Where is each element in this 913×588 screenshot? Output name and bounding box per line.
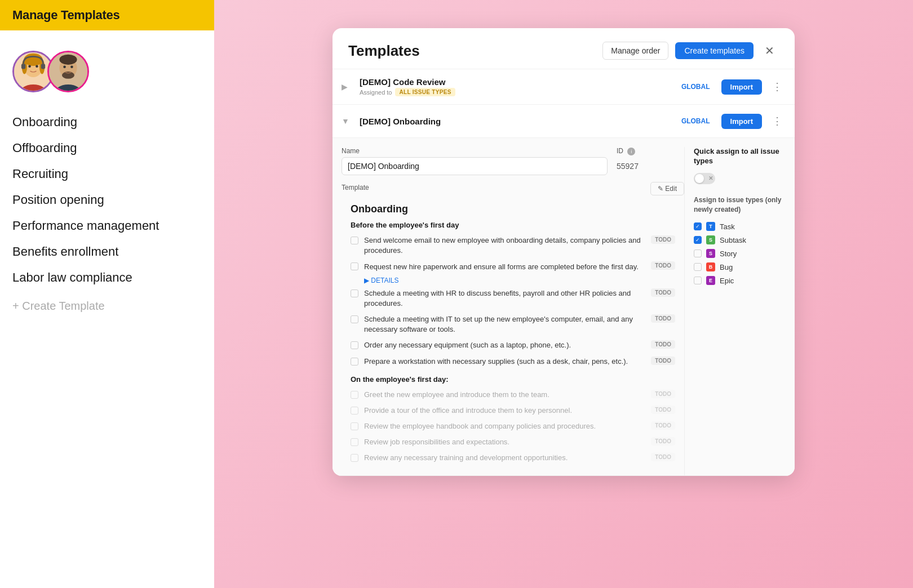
- modal-body: ▶ [DEMO] Code Review Assigned to ALL ISS…: [333, 69, 795, 476]
- task-text-9: Review the employee handbook and company…: [364, 421, 645, 431]
- task-item-faded: Review job responsibilities and expectat…: [351, 434, 675, 450]
- checkbox-task[interactable]: ✓: [694, 222, 702, 230]
- chevron-right-icon[interactable]: ▶: [342, 82, 353, 91]
- svg-point-15: [63, 65, 66, 68]
- task-checkbox-5[interactable]: [351, 341, 358, 349]
- sidebar-item-performance-management[interactable]: Performance management: [12, 213, 202, 239]
- task-checkbox-6[interactable]: [351, 358, 358, 366]
- badge-all-issue-types: ALL ISSUE TYPES: [395, 88, 455, 96]
- task-checkbox-3[interactable]: [351, 289, 358, 297]
- create-templates-button[interactable]: Create templates: [675, 42, 754, 59]
- subtask-label: Subtask: [720, 236, 746, 244]
- template-name-code-review: [DEMO] Code Review: [360, 77, 675, 87]
- toggle-switch[interactable]: ✕: [694, 173, 715, 184]
- manage-order-button[interactable]: Manage order: [602, 42, 668, 60]
- task-text-11: Review any necessary training and develo…: [364, 453, 645, 463]
- checkbox-story[interactable]: [694, 250, 702, 257]
- svg-point-16: [70, 65, 73, 68]
- task-checkbox-10[interactable]: [351, 438, 358, 446]
- more-options-code-review[interactable]: ⋮: [769, 78, 786, 95]
- sidebar-item-labor-law[interactable]: Labor law compliance: [12, 265, 202, 291]
- task-text-10: Review job responsibilities and expectat…: [364, 437, 645, 447]
- issue-type-epic: E Epic: [694, 274, 786, 287]
- checkbox-subtask[interactable]: ✓: [694, 236, 702, 244]
- template-item-code-review: ▶ [DEMO] Code Review Assigned to ALL ISS…: [333, 69, 795, 105]
- task-checkbox-4[interactable]: [351, 315, 358, 323]
- import-button-code-review[interactable]: Import: [721, 79, 762, 95]
- sidebar-title: Manage Templates: [12, 8, 119, 22]
- task-checkbox-11[interactable]: [351, 454, 358, 462]
- template-name-onboarding: [DEMO] Onboarding: [360, 117, 675, 126]
- task-checkbox-7[interactable]: [351, 391, 358, 399]
- form-group-name: Name: [342, 147, 608, 175]
- modal-title: Templates: [348, 42, 420, 60]
- global-badge-code-review: GLOBAL: [681, 83, 710, 91]
- issue-type-bug: B Bug: [694, 260, 786, 274]
- quick-assign-title: Quick assign to all issue types: [694, 147, 786, 166]
- form-group-id: ID i 55927: [617, 147, 684, 175]
- todo-badge-9: TODO: [651, 421, 675, 430]
- template-assigned-code-review: Assigned to ALL ISSUE TYPES: [360, 88, 675, 96]
- epic-label: Epic: [720, 277, 734, 285]
- task-checkbox-8[interactable]: [351, 407, 358, 415]
- issue-type-story: S Story: [694, 247, 786, 260]
- template-content-area: Onboarding Before the employee's first d…: [342, 199, 684, 475]
- sidebar-item-offboarding[interactable]: Offboarding: [12, 135, 202, 161]
- more-options-onboarding[interactable]: ⋮: [769, 113, 786, 130]
- template-label-row: Template ✎ Edit: [342, 182, 684, 195]
- task-item-faded: Provide a tour of the office and introdu…: [351, 403, 675, 418]
- templates-modal: Templates Manage order Create templates …: [333, 28, 795, 476]
- template-info-onboarding: [DEMO] Onboarding: [360, 117, 675, 126]
- section2-title: On the employee's first day:: [351, 375, 675, 384]
- checkbox-epic[interactable]: [694, 277, 702, 284]
- name-input[interactable]: [342, 157, 608, 175]
- template-expanded-onboarding: Name ID i 55927: [333, 137, 795, 475]
- details-link[interactable]: ▶ DETAILS: [364, 277, 675, 284]
- section1-title: Before the employee's first day: [351, 221, 675, 229]
- main-area: Templates Manage order Create templates …: [214, 0, 913, 588]
- svg-point-7: [36, 65, 38, 68]
- sidebar-item-position-opening[interactable]: Position opening: [12, 187, 202, 213]
- issue-type-subtask: ✓ S Subtask: [694, 233, 786, 247]
- bug-label: Bug: [720, 263, 733, 271]
- task-checkbox-2[interactable]: [351, 262, 358, 270]
- task-text-1: Send welcome email to new employee with …: [364, 235, 645, 256]
- import-button-onboarding[interactable]: Import: [721, 114, 762, 129]
- task-item: Schedule a meeting with IT to set up the…: [351, 311, 675, 337]
- task-text-2: Request new hire paperwork and ensure al…: [364, 262, 639, 271]
- task-item: Order any necessary equipment (such as a…: [351, 337, 675, 353]
- create-template-button[interactable]: + Create Template: [12, 294, 202, 318]
- template-item-onboarding: ▼ [DEMO] Onboarding GLOBAL Import ⋮: [333, 105, 795, 476]
- todo-badge-7: TODO: [651, 390, 675, 398]
- toggle-knob: [695, 174, 704, 183]
- task-item-faded: Greet the new employee and introduce the…: [351, 387, 675, 403]
- task-text-4: Schedule a meeting with IT to set up the…: [364, 314, 645, 335]
- sidebar-nav: Onboarding Offboarding Recruiting Positi…: [0, 104, 214, 324]
- template-form-content: Name ID i 55927: [342, 147, 684, 475]
- story-icon: S: [706, 249, 715, 258]
- sidebar-item-benefits-enrollment[interactable]: Benefits enrollment: [12, 239, 202, 265]
- sidebar-item-onboarding[interactable]: Onboarding: [12, 109, 202, 135]
- edit-button[interactable]: ✎ Edit: [650, 182, 684, 195]
- svg-rect-9: [41, 64, 45, 69]
- todo-badge-3: TODO: [651, 288, 675, 297]
- onboarding-title: Onboarding: [351, 203, 675, 215]
- task-text-7: Greet the new employee and introduce the…: [364, 390, 645, 400]
- task-checkbox-9[interactable]: [351, 422, 358, 430]
- template-item-header-onboarding: ▼ [DEMO] Onboarding GLOBAL Import ⋮: [333, 105, 795, 137]
- global-badge-onboarding: GLOBAL: [681, 117, 710, 125]
- avatar-2: [47, 51, 89, 92]
- toggle-quick-assign: ✕: [694, 173, 786, 184]
- task-checkbox-1[interactable]: [351, 237, 358, 244]
- task-label: Task: [720, 222, 735, 231]
- template-field-label: Template: [342, 184, 369, 191]
- story-label: Story: [720, 250, 737, 258]
- close-button[interactable]: ✕: [760, 42, 779, 60]
- sidebar-item-recruiting[interactable]: Recruiting: [12, 161, 202, 187]
- checkbox-bug[interactable]: [694, 263, 702, 271]
- avatar-woman-svg: [14, 51, 52, 92]
- chevron-down-icon[interactable]: ▼: [342, 117, 353, 126]
- avatar-man-svg: [49, 51, 87, 92]
- form-row-name-id: Name ID i 55927: [342, 147, 684, 175]
- svg-point-6: [28, 65, 31, 68]
